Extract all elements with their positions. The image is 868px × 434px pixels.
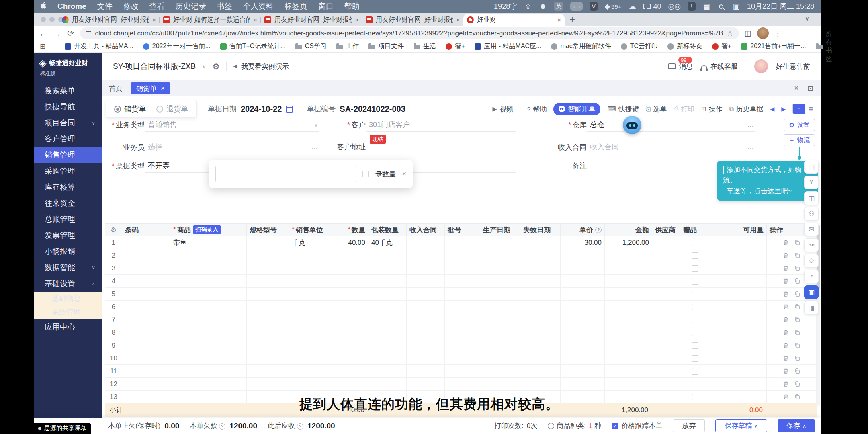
menubar-menu-文件[interactable]: 文件 (97, 1, 113, 12)
mic-icon[interactable] (539, 2, 547, 11)
gift-checkbox[interactable] (692, 330, 698, 336)
tab-sales-order[interactable]: 销货单× (131, 82, 170, 94)
col-header-批号[interactable]: 批号 (445, 223, 480, 236)
col-header-金额[interactable]: 金额 (605, 223, 652, 236)
bookmark-item-14[interactable]: 2021售前+电销一... (741, 42, 806, 51)
tiles-icon[interactable]: ▤ (702, 2, 710, 11)
gift-checkbox[interactable] (692, 368, 698, 375)
sidebar-item-总账管理[interactable]: 总账管理 (34, 211, 102, 227)
mail-doc-dock-icon[interactable]: ✉ (804, 223, 819, 236)
save-draft-button[interactable]: 保存草稿∧ (715, 419, 767, 432)
wechat-icon[interactable]: ◎◎ (668, 2, 680, 11)
gift-checkbox[interactable] (692, 252, 698, 259)
copy-row-icon[interactable] (794, 304, 800, 310)
browser-tab-3[interactable]: 用友好业财官网_好业财报价_a× (261, 14, 362, 26)
sidebar-item-小畅报销[interactable]: 小畅报销 (34, 244, 102, 260)
salesman-field[interactable]: 选择...… (145, 142, 319, 154)
copy-row-icon[interactable] (794, 381, 800, 387)
save-button[interactable]: 保存∧ (778, 419, 815, 432)
close-window-button[interactable] (41, 17, 46, 22)
biz-type-field[interactable]: 普通销售∨ (145, 120, 319, 132)
col-header-收入合同[interactable]: 收入合同 (407, 223, 445, 236)
gift-checkbox[interactable] (692, 304, 698, 310)
sidebar-item-快捷导航[interactable]: 快捷导航 (34, 99, 102, 115)
gift-checkbox[interactable] (692, 291, 698, 297)
help-icon[interactable]: ? (297, 423, 303, 430)
copy-row-icon[interactable] (794, 291, 800, 297)
col-header-可用量[interactable]: 可用量 (710, 223, 767, 236)
price-track-checkbox[interactable]: ✓ (612, 423, 618, 429)
messages-button[interactable]: 消息 99+ (668, 62, 693, 71)
col-header-数量[interactable]: *数量 (333, 223, 368, 236)
history-dock-icon[interactable]: ◔ (804, 270, 819, 283)
copy-row-icon[interactable] (794, 252, 800, 258)
copy-row-icon[interactable] (794, 355, 800, 361)
browser-profile-avatar[interactable] (757, 27, 769, 39)
bookmark-item-3[interactable]: 售前T+C记录统计... (220, 42, 286, 51)
copy-row-icon[interactable] (794, 240, 800, 246)
col-header-规格型号[interactable]: 规格型号 (247, 223, 289, 236)
back-button[interactable]: ← (39, 29, 47, 38)
emoji-icon[interactable]: ☺ (524, 2, 532, 11)
customer-field[interactable]: 301门店客户 (366, 120, 516, 132)
browser-tab-2[interactable]: 好业财 如何选择一款适合的管× (160, 14, 261, 26)
delete-row-icon[interactable] (783, 317, 789, 323)
delete-row-icon[interactable] (783, 330, 789, 336)
close-all-icon[interactable]: × (794, 84, 798, 93)
settings-button[interactable]: ⚙设置 (784, 119, 815, 131)
bookmark-item-4[interactable]: CS学习 (295, 42, 327, 51)
delete-row-icon[interactable] (783, 394, 789, 400)
menubar-app-name[interactable]: Chrome (57, 2, 86, 11)
close-tab-icon[interactable]: × (557, 16, 561, 23)
search-icon[interactable] (717, 2, 725, 11)
col-header-商品[interactable]: *商品扫码录入 (170, 223, 247, 236)
toolbar-视频[interactable]: ▶视频 (493, 104, 514, 114)
close-tab-icon[interactable]: × (355, 16, 358, 23)
menubar-menu-窗口[interactable]: 窗口 (318, 1, 334, 12)
archive-dock-icon[interactable]: ◫ (804, 191, 819, 205)
forward-button[interactable]: → (53, 29, 61, 38)
bookmark-item-10[interactable]: mac常用破解软件 (551, 42, 611, 51)
delete-row-icon[interactable] (783, 355, 789, 361)
delete-row-icon[interactable] (783, 278, 789, 284)
copy-row-icon[interactable] (794, 342, 800, 348)
notes-dock-icon[interactable]: ▤ (804, 160, 819, 174)
col-header-失效日期[interactable]: 失效日期 (520, 223, 561, 236)
delete-row-icon[interactable] (783, 381, 789, 387)
toolbar-快捷键[interactable]: ⌨快捷键 (607, 104, 639, 114)
bookmark-item-11[interactable]: TC云打印 (621, 42, 658, 51)
help-icon[interactable]: ? (595, 227, 602, 233)
col-header-gear[interactable]: ⚙ (105, 223, 122, 236)
customer-address-field[interactable] (366, 143, 516, 154)
toolbar-操作[interactable]: ⊞操作 (701, 104, 723, 114)
sidebar-item-系统管理[interactable]: 系统管理 (34, 305, 102, 319)
link-dock-icon[interactable]: ⚯ (804, 238, 819, 252)
account-set-selector[interactable]: SY-项目合同标准版-ZXB (113, 61, 196, 72)
close-tab-icon[interactable]: × (161, 84, 165, 92)
browser-tab-4[interactable]: 用友好业财官网_好业财报价_a× (362, 14, 463, 26)
delete-row-icon[interactable] (783, 342, 789, 348)
gift-checkbox[interactable] (692, 240, 698, 246)
menubar-menu-书签[interactable]: 书签 (217, 1, 232, 12)
apple-menu-icon[interactable] (41, 2, 47, 11)
sidebar-item-发票管理[interactable]: 发票管理 (34, 227, 102, 244)
gift-checkbox[interactable] (692, 317, 698, 323)
delete-row-icon[interactable] (783, 368, 789, 374)
browser-tab-1[interactable]: 用友好业财官网_好业财报价_a× (58, 14, 160, 26)
sidebar-item-库存核算[interactable]: 库存核算 (34, 179, 102, 195)
menubar-menu-查看[interactable]: 查看 (149, 1, 165, 12)
reading-list-icon[interactable]: ◆99+ (604, 2, 621, 11)
bookmark-item-9[interactable]: 应用 - 精品MAC应... (475, 42, 541, 51)
col-header-赠品[interactable]: 赠品 (680, 223, 710, 236)
chat-count-icon[interactable]: 40 (643, 2, 661, 11)
sidebar-item-往来资金[interactable]: 往来资金 (34, 195, 102, 211)
sidebar-item-销售管理[interactable]: 销售管理 (34, 147, 102, 163)
bookmark-item-8[interactable]: 智+ (446, 42, 465, 51)
gear-icon[interactable]: ⚙ (111, 226, 117, 234)
close-popup-icon[interactable]: × (402, 170, 406, 178)
menubar-menu-个人资料[interactable]: 个人资料 (243, 1, 274, 12)
cloud-icon[interactable]: ☁ (628, 2, 636, 11)
apps-grid-icon[interactable]: ⊞ (40, 42, 45, 51)
user-avatar[interactable] (754, 59, 768, 73)
bookmark-item-1[interactable]: 开发工具 - 精品MA... (65, 42, 133, 51)
